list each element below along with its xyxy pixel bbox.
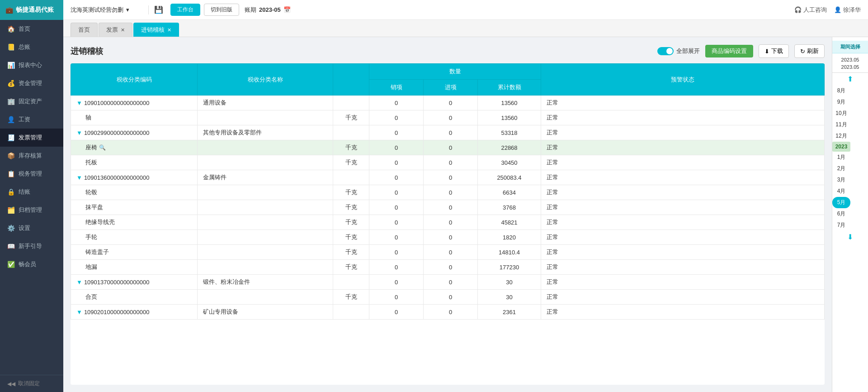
td-name: [198, 290, 333, 305]
td-status: 正常: [541, 155, 825, 170]
td-purchase: 0: [424, 110, 478, 125]
table-row: ▼10902990000000000000 其他专用设备及零部件 0 0 533…: [71, 125, 825, 140]
month-item-10月[interactable]: 10月: [832, 108, 850, 119]
panel-collapse-toggle[interactable]: ◀: [832, 206, 832, 224]
tree-arrow: ▼: [76, 129, 82, 136]
toggle-track[interactable]: [657, 47, 674, 55]
table-row: 地漏 千克 0 0 177230 正常: [71, 260, 825, 275]
download-button[interactable]: ⬇ 下载: [759, 44, 789, 58]
sidebar-item-settings[interactable]: ⚙️设置: [0, 219, 63, 237]
table-row: ▼10901370000000000000 锻件、粉末冶金件 0 0 30 正常: [71, 275, 825, 290]
month-item-11月[interactable]: 11月: [832, 119, 850, 130]
td-total: 13560: [478, 96, 541, 110]
month-item-12月[interactable]: 12月: [832, 130, 850, 142]
sidebar-label-settings: 设置: [19, 224, 30, 232]
td-purchase: 0: [424, 200, 478, 215]
month-item-6月[interactable]: 6月: [832, 208, 850, 220]
calendar-icon[interactable]: 📅: [283, 6, 291, 13]
td-unit: [333, 96, 369, 110]
td-code: 手轮: [71, 230, 198, 245]
month-nav-up[interactable]: ⬆: [832, 73, 868, 85]
sidebar-label-member: 畅会员: [19, 260, 36, 268]
company-selector[interactable]: 沈海英测试经营勿删 ▾: [71, 6, 143, 14]
month-item-4月[interactable]: 4月: [832, 186, 850, 197]
tab-home[interactable]: 首页: [71, 23, 98, 37]
sidebar-item-home[interactable]: 🏠首页: [0, 20, 63, 38]
user-profile[interactable]: 👤 徐泽华: [834, 6, 861, 14]
td-total: 177230: [478, 260, 541, 275]
month-item-7月[interactable]: 7月: [832, 220, 850, 231]
td-sale: 0: [369, 170, 424, 185]
sidebar-item-member[interactable]: ✅畅会员: [0, 255, 63, 273]
period-option-1[interactable]: 2023.05: [832, 63, 868, 71]
sidebar-item-tax[interactable]: 📋税务管理: [0, 165, 63, 183]
month-item-5月[interactable]: 5月: [832, 197, 850, 208]
sidebar-item-guide[interactable]: 📖新手引导: [0, 237, 63, 255]
td-unit: [333, 275, 369, 290]
month-item-3月[interactable]: 3月: [832, 174, 850, 186]
sidebar-item-closing[interactable]: 🔒结账: [0, 183, 63, 201]
sidebar-item-reports[interactable]: 📊报表中心: [0, 56, 63, 74]
tab-reconcile-close[interactable]: ✕: [167, 27, 171, 33]
tab-reconcile[interactable]: 进销稽核✕: [133, 23, 179, 37]
td-total: 1820: [478, 230, 541, 245]
download-icon: ⬇: [764, 48, 769, 55]
sidebar-label-reports: 报表中心: [19, 61, 42, 69]
topbar-buttons: 工作台 切到旧版: [170, 4, 239, 16]
tab-reconcile-label: 进销稽核: [141, 26, 165, 34]
support-button[interactable]: 🎧 人工咨询: [794, 6, 827, 14]
expand-all-toggle[interactable]: 全部展开: [657, 47, 700, 55]
td-unit: [333, 305, 369, 320]
td-sale: 0: [369, 260, 424, 275]
td-sale: 0: [369, 96, 424, 110]
month-item-2023[interactable]: 2023: [832, 142, 850, 152]
month-item-9月[interactable]: 9月: [832, 96, 850, 108]
sidebar-item-inventory[interactable]: 📦库存核算: [0, 147, 63, 165]
sidebar-label-inventory: 库存核算: [19, 152, 42, 160]
sidebar-item-invoice[interactable]: 🧾发票管理: [0, 129, 63, 147]
refresh-button[interactable]: ↻ 刷新: [794, 44, 825, 58]
member-icon: ✅: [7, 261, 15, 268]
td-code: 合页: [71, 290, 198, 305]
sidebar-label-guide: 新手引导: [19, 242, 42, 250]
td-status: 正常: [541, 245, 825, 260]
td-status: 正常: [541, 215, 825, 230]
reconcile-table: 税收分类编码 税收分类名称 数量 预警状态 销项 进项 累计数额: [71, 63, 825, 320]
td-name: [198, 230, 333, 245]
sidebar-label-tax: 税务管理: [19, 170, 42, 178]
td-code: 轴: [71, 110, 198, 125]
sidebar-item-funds[interactable]: 💰资金管理: [0, 74, 63, 92]
app-logo: 💼 畅捷通易代账: [0, 0, 63, 20]
sidebar-item-salary[interactable]: 👤工资: [0, 110, 63, 129]
sidebar-label-ledger: 总账: [19, 43, 30, 51]
tab-invoice-close[interactable]: ✕: [121, 27, 125, 33]
sidebar-item-archive[interactable]: 🗂️归档管理: [0, 201, 63, 219]
period-value: 2023-05: [259, 6, 281, 13]
tab-invoice[interactable]: 发票✕: [99, 23, 132, 37]
sidebar-item-ledger[interactable]: 📒总账: [0, 38, 63, 56]
td-unit: 千克: [333, 290, 369, 305]
sidebar-cancel-pin[interactable]: ◀◀ 取消固定: [0, 375, 63, 392]
td-name: [198, 215, 333, 230]
period-option-0[interactable]: 2023.05: [832, 56, 868, 63]
month-item-8月[interactable]: 8月: [832, 85, 850, 96]
sidebar-menu: 🏠首页📒总账📊报表中心💰资金管理🏢固定资产👤工资🧾发票管理📦库存核算📋税务管理🔒…: [0, 20, 63, 375]
settings-icon: ⚙️: [7, 225, 15, 232]
td-name: 矿山专用设备: [198, 305, 333, 320]
table-row: 轮毂 千克 0 0 6634 正常: [71, 185, 825, 200]
month-item-1月[interactable]: 1月: [832, 152, 850, 163]
month-nav-down[interactable]: ⬇: [832, 231, 868, 243]
workspace-button[interactable]: 工作台: [170, 4, 200, 16]
td-total: 3768: [478, 200, 541, 215]
td-status: 正常: [541, 170, 825, 185]
td-status: 正常: [541, 230, 825, 245]
sidebar-item-assets[interactable]: 🏢固定资产: [0, 92, 63, 110]
td-total: 2361: [478, 305, 541, 320]
switch-version-button[interactable]: 切到旧版: [204, 4, 239, 16]
month-item-2月[interactable]: 2月: [832, 163, 850, 174]
td-unit: 千克: [333, 140, 369, 155]
product-code-button[interactable]: 商品编码设置: [705, 45, 753, 57]
cloud-save-icon: 💾: [154, 5, 163, 14]
td-name: [198, 155, 333, 170]
td-unit: 千克: [333, 230, 369, 245]
